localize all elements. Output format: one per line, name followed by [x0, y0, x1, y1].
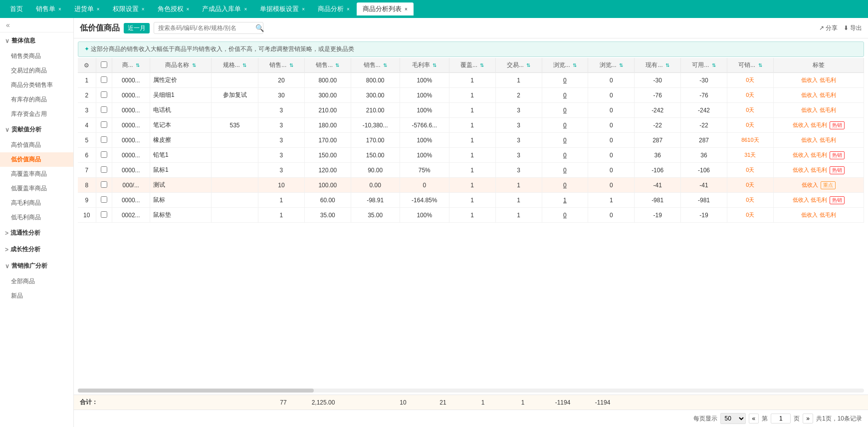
browse-link[interactable]: 0: [563, 137, 567, 144]
th-code[interactable]: 商... ⇅: [112, 58, 150, 73]
browse-link[interactable]: 0: [563, 107, 567, 114]
close-icon[interactable]: ×: [97, 6, 100, 12]
th-settings[interactable]: ⚙: [78, 58, 96, 73]
nav-permissions[interactable]: 权限设置 ×: [107, 2, 151, 15]
row-checkbox[interactable]: [101, 211, 107, 218]
nav-purchase[interactable]: 进货单 ×: [68, 2, 106, 15]
th-browse2[interactable]: 浏览... ⇅: [588, 58, 635, 73]
td-name: 属性定价: [150, 73, 211, 88]
td-stock2: -30: [681, 73, 727, 88]
sidebar-group-contribution[interactable]: ∨贡献值分析: [0, 121, 73, 138]
scrollbar-thumb[interactable]: [78, 389, 314, 393]
sidebar-item-stock-capital[interactable]: 库存资金占用: [0, 107, 73, 121]
browse-link[interactable]: 1: [563, 197, 567, 204]
first-page-btn[interactable]: «: [749, 414, 759, 424]
sidebar-item-high-value[interactable]: 高价值商品: [0, 138, 73, 152]
nav-analysis-list[interactable]: 商品分析列表 ×: [357, 2, 414, 15]
sidebar-group-circulation[interactable]: >流通性分析: [0, 225, 73, 241]
th-coverage[interactable]: 覆盖... ⇅: [449, 58, 495, 73]
tag-label: 低毛利: [820, 107, 836, 113]
th-trade[interactable]: 交易... ⇅: [495, 58, 542, 73]
th-spec[interactable]: 规格... ⇅: [212, 58, 258, 73]
browse-link[interactable]: 0: [563, 167, 567, 174]
th-days[interactable]: 可销... ⇅: [727, 58, 773, 73]
nav-roles[interactable]: 角色授权 ×: [152, 2, 196, 15]
sidebar-collapse-btn[interactable]: «: [4, 21, 12, 29]
nav-sales[interactable]: 销售单 ×: [30, 2, 67, 15]
search-input[interactable]: [154, 22, 263, 34]
nav-analysis[interactable]: 商品分析 ×: [312, 2, 356, 15]
row-checkbox[interactable]: [101, 106, 107, 113]
row-checkbox[interactable]: [101, 136, 107, 143]
page-number-input[interactable]: [771, 414, 791, 424]
th-qty1[interactable]: 销售... ⇅: [258, 58, 304, 73]
browse-link[interactable]: 0: [563, 212, 567, 219]
next-page-btn[interactable]: »: [803, 414, 813, 424]
table-container: ⚙ 商... ⇅ 商品名称 ⇅ 规格... ⇅ 销售... ⇅ 销售... ⇅ …: [74, 58, 868, 389]
sidebar-item-sales-goods[interactable]: 销售类商品: [0, 49, 73, 63]
tag-label: 低毛利: [811, 152, 827, 158]
row-checkbox[interactable]: [101, 76, 107, 83]
table-scrollbar[interactable]: [78, 389, 864, 393]
sidebar-item-all-goods[interactable]: 全部商品: [0, 274, 73, 289]
nav-inventory[interactable]: 产成品入库单 ×: [196, 2, 253, 15]
row-checkbox[interactable]: [101, 151, 107, 158]
per-page-select[interactable]: 50 100: [720, 413, 746, 424]
browse-link[interactable]: 0: [563, 77, 567, 84]
th-browse1[interactable]: 浏览... ⇅: [542, 58, 588, 73]
sidebar-group-growth[interactable]: >成长性分析: [0, 241, 73, 258]
select-all-checkbox[interactable]: [101, 61, 107, 68]
row-checkbox[interactable]: [101, 196, 107, 203]
date-badge[interactable]: 近一月: [124, 23, 150, 33]
td-days: 0天: [727, 73, 773, 88]
sidebar-item-low-value[interactable]: 低价值商品: [0, 152, 73, 167]
sidebar-item-stocked-goods[interactable]: 有库存的商品: [0, 92, 73, 107]
table-row: 6 0000... 铅笔1 3 150.00 150.00 100% 1 3 0…: [78, 148, 864, 163]
td-name: 鼠标: [150, 193, 211, 208]
sidebar-item-low-coverage[interactable]: 低覆盖率商品: [0, 181, 73, 196]
table-body: 1 0000... 属性定价 20 800.00 800.00 100% 1 1…: [78, 73, 864, 223]
close-icon[interactable]: ×: [187, 6, 190, 12]
browse-link[interactable]: 0: [563, 152, 567, 159]
th-margin[interactable]: 毛利率 ⇅: [400, 58, 449, 73]
td-days: 0天: [727, 103, 773, 118]
browse-link[interactable]: 0: [563, 92, 567, 99]
td-code: 000/...: [112, 178, 150, 193]
nav-template[interactable]: 单据模板设置 ×: [254, 2, 311, 15]
browse-link[interactable]: 0: [563, 122, 567, 129]
th-stock1[interactable]: 现有... ⇅: [635, 58, 681, 73]
th-qty3[interactable]: 销售... ⇅: [351, 58, 400, 73]
row-checkbox[interactable]: [101, 166, 107, 173]
td-days: 0天: [727, 118, 773, 133]
sidebar-item-new-goods[interactable]: 新品: [0, 289, 73, 303]
sidebar-item-high-coverage[interactable]: 高覆盖率商品: [0, 167, 73, 181]
close-icon[interactable]: ×: [142, 6, 145, 12]
th-name[interactable]: 商品名称 ⇅: [150, 58, 211, 73]
sidebar-group-overall[interactable]: ∨整体信息: [0, 32, 73, 49]
th-qty2[interactable]: 销售... ⇅: [304, 58, 351, 73]
th-stock2[interactable]: 可用... ⇅: [681, 58, 727, 73]
row-checkbox[interactable]: [101, 181, 107, 188]
close-icon[interactable]: ×: [302, 6, 305, 12]
sidebar-group-marketing[interactable]: ∨营销推广分析: [0, 258, 73, 274]
browse-link[interactable]: 0: [563, 182, 567, 189]
search-icon[interactable]: 🔍: [255, 24, 264, 32]
nav-home[interactable]: 首页: [4, 2, 29, 15]
close-icon[interactable]: ×: [58, 6, 61, 12]
td-rate: 100%: [400, 148, 449, 163]
row-checkbox[interactable]: [101, 91, 107, 98]
sidebar-item-category-sales[interactable]: 商品分类销售率: [0, 78, 73, 92]
sidebar-item-traded-goods[interactable]: 交易过的商品: [0, 63, 73, 78]
sidebar-item-low-margin[interactable]: 低毛利商品: [0, 210, 73, 225]
td-rate: 100%: [400, 133, 449, 148]
td-code: 0000...: [112, 103, 150, 118]
td-stock2: -41: [681, 178, 727, 193]
close-icon[interactable]: ×: [405, 6, 408, 12]
export-button[interactable]: ⬇ 导出: [844, 24, 862, 32]
close-icon[interactable]: ×: [347, 6, 350, 12]
td-name: 橡皮擦: [150, 133, 211, 148]
row-checkbox[interactable]: [101, 121, 107, 128]
close-icon[interactable]: ×: [244, 6, 247, 12]
sidebar-item-high-margin[interactable]: 高毛利商品: [0, 196, 73, 210]
share-button[interactable]: ↗ 分享: [819, 24, 838, 32]
